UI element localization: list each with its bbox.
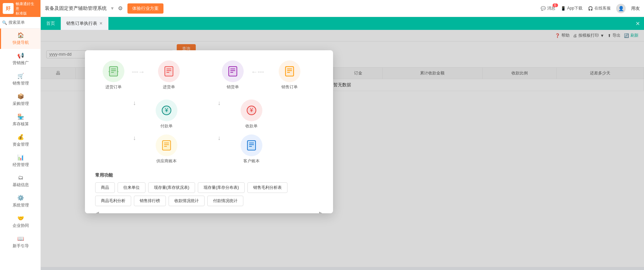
popup: 进货订单 - - - → 进货单 xyxy=(85,50,333,213)
username[interactable]: 用友 xyxy=(631,5,640,12)
quick-btn-现存量(库存状况表)[interactable]: 现存量(库存状况表) xyxy=(148,182,195,193)
wf-supplier-ledger: 供应商账本 xyxy=(152,134,181,164)
svg-rect-10 xyxy=(229,67,237,76)
sidebar-item-basic[interactable]: 🗂基础信息 xyxy=(0,171,40,191)
arrow-so-sb: ← - - - xyxy=(251,68,272,76)
quick-btn-销售毛利分析表[interactable]: 销售毛利分析表 xyxy=(247,182,288,193)
logo-text: 畅康通好生意 标准版 xyxy=(16,1,38,16)
user-avatar[interactable]: 👤 xyxy=(616,4,626,13)
quick-btn-商品毛利分析[interactable]: 商品毛利分析 xyxy=(95,196,131,206)
quick-btn-往来单位[interactable]: 往来单位 xyxy=(118,182,145,193)
nav-icon-system: ⚙️ xyxy=(17,195,24,201)
quick-btn-商品[interactable]: 商品 xyxy=(95,182,115,193)
message-btn[interactable]: 💬 消息 6 xyxy=(541,5,555,11)
message-icon: 💬 xyxy=(541,6,546,11)
nav-label-inventory: 库存核算 xyxy=(13,121,29,127)
nav-label-sales: 销售管理 xyxy=(13,80,29,86)
nav-label-quick: 快捷导航 xyxy=(13,40,29,46)
sidebar-search[interactable]: 🔍 搜索菜单 xyxy=(0,17,40,29)
quick-btn-销售排行榜[interactable]: 销售排行榜 xyxy=(134,196,166,206)
gear-icon[interactable]: ⚙ xyxy=(118,5,123,12)
nav-icon-finance: 💰 xyxy=(17,134,24,140)
quick-btn-付款情况统计[interactable]: 付款情况统计 xyxy=(207,196,243,206)
wf-sales-bill: 销货单 xyxy=(214,60,251,90)
receipt-label: 收款单 xyxy=(245,123,258,129)
sidebar: 好 畅康通好生意 标准版 🔍 搜索菜单 🏠快捷导航📢营销推广🛒销售管理📦采购管理… xyxy=(0,0,41,270)
supplier-ledger-label: 供应商账本 xyxy=(156,158,177,164)
search-icon: 🔍 xyxy=(2,20,7,25)
nav-icon-purchase: 📦 xyxy=(17,93,24,100)
topbar-actions: 💬 消息 6 📱 App下载 🎧 在线客服 👤 用友 xyxy=(541,4,640,13)
experience-btn[interactable]: 体验行业方案 xyxy=(127,3,163,14)
scroll-right-btn[interactable]: ▶ xyxy=(318,211,323,213)
tab-sales-order[interactable]: 销售订单执行表 ✕ xyxy=(61,17,108,30)
nav-icon-guide: 📖 xyxy=(17,235,24,242)
receipt-icon: ¥ xyxy=(241,100,262,121)
tab-home[interactable]: 首页 xyxy=(41,17,61,30)
svg-rect-5 xyxy=(165,67,173,76)
content-area: ❓ 帮助 🖨 按模板打印 ▼ ⬆ 导出 🔄 刷新 xyxy=(41,30,644,270)
logo-icon: 好 xyxy=(3,3,14,14)
svg-rect-15 xyxy=(285,67,294,76)
nav-icon-marketing: 📢 xyxy=(17,52,24,59)
purchase-bill-label: 进货单 xyxy=(163,84,175,90)
service-icon: 🎧 xyxy=(588,6,593,11)
purchase-bill-icon xyxy=(158,60,180,82)
message-badge: 6 xyxy=(553,3,558,7)
sales-order-icon xyxy=(279,60,300,82)
tab-home-label: 首页 xyxy=(46,20,55,26)
tabbar-close-btn[interactable]: ✕ xyxy=(631,17,644,30)
nav-icon-sales: 🛒 xyxy=(17,73,24,79)
avatar: 👤 xyxy=(616,4,626,13)
nav-label-finance: 资金管理 xyxy=(13,142,29,147)
main-area: 装备及固定资产辅助管理系统 ▼ ⚙ 体验行业方案 💬 消息 6 📱 App下载 … xyxy=(41,0,644,270)
sidebar-item-purchase[interactable]: 📦采购管理 xyxy=(0,90,40,110)
nav-icon-collab: 🤝 xyxy=(17,215,24,221)
nav-label-guide: 新手引导 xyxy=(13,243,29,249)
sales-order-label: 销售订单 xyxy=(281,84,298,90)
sidebar-item-collab[interactable]: 🤝企业协同 xyxy=(0,212,40,232)
svg-text:¥: ¥ xyxy=(249,107,253,113)
quick-btn-现存量(库存分布表)[interactable]: 现存量(库存分布表) xyxy=(198,182,245,193)
quick-btn-收款情况统计[interactable]: 收款情况统计 xyxy=(169,196,205,206)
service-btn[interactable]: 🎧 在线客服 xyxy=(588,5,611,11)
dropdown-icon[interactable]: ▼ xyxy=(110,6,115,11)
svg-rect-31 xyxy=(247,141,256,150)
sidebar-item-quick[interactable]: 🏠快捷导航 xyxy=(0,29,40,49)
supplier-ledger-icon xyxy=(156,134,177,156)
tab-sales-order-label: 销售订单执行表 xyxy=(66,20,97,26)
sidebar-item-inventory[interactable]: 🏪库存核算 xyxy=(0,110,40,130)
customer-ledger-label: 客户账本 xyxy=(243,158,260,164)
wf-purchase-order: 进货订单 xyxy=(95,60,132,90)
sidebar-item-system[interactable]: ⚙️系统管理 xyxy=(0,191,40,212)
sidebar-item-sales[interactable]: 🛒销售管理 xyxy=(0,69,40,90)
nav-label-collab: 企业协同 xyxy=(13,223,29,229)
nav-icon-inventory: 🏪 xyxy=(17,113,24,120)
section-title: 常用功能 xyxy=(95,172,323,178)
wf-customer-ledger: 客户账本 xyxy=(237,134,266,164)
sidebar-item-guide[interactable]: 📖新手引导 xyxy=(0,232,40,252)
svg-text:¥: ¥ xyxy=(165,107,168,113)
arrow-po-pb: - - - → xyxy=(132,68,159,76)
app-download-btn[interactable]: 📱 App下载 xyxy=(561,5,582,11)
nav-label-purchase: 采购管理 xyxy=(13,101,29,107)
quick-btns: 商品往来单位现存量(库存状况表)现存量(库存分布表)销售毛利分析表商品毛利分析销… xyxy=(95,182,323,206)
sidebar-item-operation[interactable]: 📊经营管理 xyxy=(0,151,40,171)
purchase-order-icon xyxy=(103,60,124,82)
wf-purchase-bill: 进货单 xyxy=(159,60,179,90)
sidebar-logo: 好 畅康通好生意 标准版 xyxy=(0,0,40,17)
system-title: 装备及固定资产辅助管理系统 xyxy=(45,5,107,12)
sidebar-item-finance[interactable]: 💰资金管理 xyxy=(0,130,40,151)
payment-label: 付款单 xyxy=(160,123,173,129)
svg-rect-0 xyxy=(109,67,118,76)
sales-bill-label: 销货单 xyxy=(227,84,239,90)
sidebar-item-marketing[interactable]: 📢营销推广 xyxy=(0,49,40,69)
tab-close-icon[interactable]: ✕ xyxy=(99,21,103,26)
scroll-left-btn[interactable]: ◀ xyxy=(95,211,100,213)
nav-label-system: 系统管理 xyxy=(13,202,29,208)
nav-label-basic: 基础信息 xyxy=(13,182,29,188)
nav-icon-quick: 🏠 xyxy=(17,32,24,38)
popup-scrollbar-area: ◀ ▶ xyxy=(95,210,323,213)
nav-icon-operation: 📊 xyxy=(17,154,24,161)
nav-icon-basic: 🗂 xyxy=(18,175,23,181)
